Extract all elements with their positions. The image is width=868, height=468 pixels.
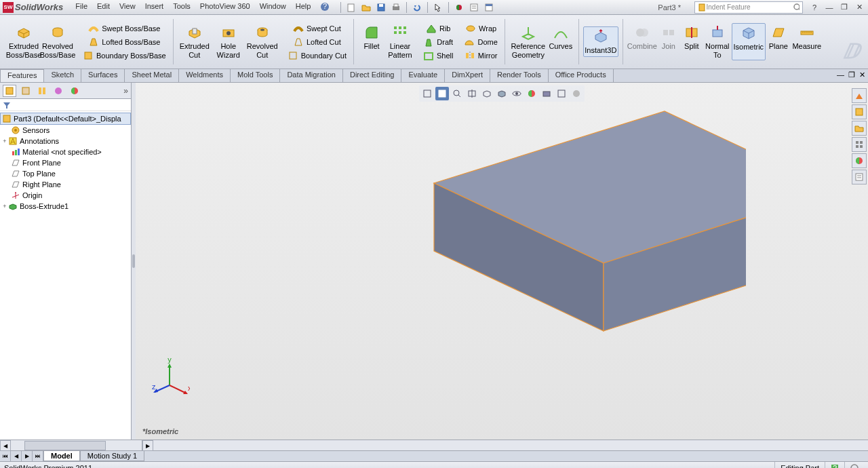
render-icon[interactable]: [570, 87, 583, 100]
swept-boss-button[interactable]: Swept Boss/Base: [85, 22, 163, 35]
normal-to-button[interactable]: Normal To: [703, 23, 732, 60]
panel-expand-icon[interactable]: »: [123, 86, 128, 96]
tree-boss-extrude1[interactable]: +Boss-Extrude1: [0, 201, 131, 212]
draft-button[interactable]: Draft: [420, 36, 456, 48]
customize-icon[interactable]: [483, 1, 495, 14]
display-style-icon[interactable]: [495, 87, 509, 100]
revolved-boss-button[interactable]: Revolved Boss/Base: [41, 23, 75, 60]
wrap-button[interactable]: Wrap: [462, 22, 499, 35]
hscroll-thumb[interactable]: [24, 441, 106, 450]
tab-office-products[interactable]: Office Products: [549, 69, 614, 82]
configurationmanager-tab-icon[interactable]: [35, 85, 49, 97]
zoom-area-icon[interactable]: [435, 87, 449, 100]
displaymanager-tab-icon[interactable]: [68, 85, 81, 97]
previous-view-icon[interactable]: [450, 87, 464, 100]
instant3d-button[interactable]: Instant3D: [583, 26, 618, 56]
hscroll-track[interactable]: [11, 440, 142, 450]
lofted-cut-button[interactable]: Lofted Cut: [290, 36, 344, 48]
help-icon[interactable]: ?: [808, 3, 821, 12]
close-icon[interactable]: ✕: [853, 3, 865, 12]
menu-help-dropdown-icon[interactable]: ?: [316, 1, 334, 14]
propertymanager-tab-icon[interactable]: [19, 85, 33, 97]
tree-material[interactable]: Material <not specified>: [0, 147, 131, 157]
bottom-tab-motion-study[interactable]: Motion Study 1: [80, 451, 144, 461]
search-box[interactable]: [694, 1, 803, 14]
view-orientation-icon[interactable]: [480, 87, 494, 100]
menu-insert[interactable]: Insert: [141, 1, 168, 14]
appearances-tab-icon[interactable]: [852, 153, 867, 168]
tab-nav-prev-icon[interactable]: ◀: [11, 451, 22, 461]
tab-render-tools[interactable]: Render Tools: [490, 69, 549, 82]
featuremanager-tab-icon[interactable]: [3, 85, 16, 97]
hide-show-icon[interactable]: [510, 87, 524, 100]
tab-features[interactable]: Features: [0, 69, 44, 82]
menu-view[interactable]: View: [115, 1, 140, 14]
tab-mold-tools[interactable]: Mold Tools: [231, 69, 280, 82]
tree-root[interactable]: Part3 (Default<<Default>_Displa: [0, 113, 131, 125]
menu-window[interactable]: Window: [256, 1, 290, 14]
tree-front-plane[interactable]: Front Plane: [0, 157, 131, 168]
file-explorer-tab-icon[interactable]: [852, 121, 867, 136]
tab-dimxpert[interactable]: DimXpert: [445, 69, 490, 82]
rebuild-icon[interactable]: [453, 1, 465, 14]
mirror-button[interactable]: Mirror: [462, 50, 500, 62]
join-button[interactable]: Join: [657, 23, 680, 60]
menu-help[interactable]: Help: [292, 1, 315, 14]
doc-minimize-icon[interactable]: —: [837, 71, 844, 79]
print-icon[interactable]: [390, 1, 402, 14]
tree-top-plane[interactable]: Top Plane: [0, 168, 131, 179]
bottom-tab-model[interactable]: Model: [43, 451, 80, 461]
tab-sheet-metal[interactable]: Sheet Metal: [125, 69, 179, 82]
hscroll-left-icon[interactable]: ◀: [0, 440, 11, 451]
design-library-tab-icon[interactable]: [852, 104, 867, 119]
tree-annotations[interactable]: +AAnnotations: [0, 136, 131, 147]
expand-icon[interactable]: +: [1, 203, 8, 210]
boundary-boss-button[interactable]: Boundary Boss/Base: [80, 50, 169, 62]
tab-direct-editing[interactable]: Direct Editing: [343, 69, 401, 82]
status-unknown-icon[interactable]: ?: [825, 462, 844, 468]
boundary-cut-button[interactable]: Boundary Cut: [285, 50, 349, 62]
doc-close-icon[interactable]: ✕: [859, 71, 865, 79]
extruded-cut-button[interactable]: Extruded Cut: [178, 23, 212, 60]
tab-data-migration[interactable]: Data Migration: [280, 69, 343, 82]
fillet-button[interactable]: Fillet: [358, 23, 385, 60]
new-document-icon[interactable]: [345, 1, 357, 14]
tree-right-plane[interactable]: Right Plane: [0, 179, 131, 190]
measure-button[interactable]: Measure: [791, 23, 823, 60]
plane-button[interactable]: Plane: [766, 23, 791, 60]
lofted-boss-button[interactable]: Lofted Boss/Base: [85, 36, 163, 48]
menu-file[interactable]: File: [71, 1, 92, 14]
section-view-icon[interactable]: [465, 87, 479, 100]
tab-nav-last-icon[interactable]: ⏭: [33, 451, 43, 461]
curves-button[interactable]: Curves: [547, 23, 574, 60]
zoom-fit-icon[interactable]: [420, 87, 434, 100]
tab-surfaces[interactable]: Surfaces: [81, 69, 125, 82]
split-button[interactable]: Split: [680, 23, 703, 60]
tree-sensors[interactable]: Sensors: [0, 125, 131, 136]
dome-button[interactable]: Dome: [461, 36, 500, 48]
save-icon[interactable]: [375, 1, 387, 14]
open-document-icon[interactable]: [360, 1, 372, 14]
tab-weldments[interactable]: Weldments: [179, 69, 231, 82]
shell-button[interactable]: Shell: [420, 50, 456, 62]
menu-photoview[interactable]: PhotoView 360: [196, 1, 254, 14]
status-rebuild-icon[interactable]: [844, 462, 864, 468]
doc-restore-icon[interactable]: ❐: [848, 71, 855, 79]
swept-cut-button[interactable]: Swept Cut: [290, 22, 344, 35]
tree-origin[interactable]: Origin: [0, 190, 131, 201]
search-magnify-icon[interactable]: [793, 3, 800, 12]
reference-geometry-button[interactable]: Reference Geometry: [509, 23, 547, 60]
revolved-cut-button[interactable]: Revolved Cut: [245, 23, 279, 60]
sw-resources-tab-icon[interactable]: [852, 88, 867, 103]
linear-pattern-button[interactable]: Linear Pattern: [385, 23, 415, 60]
hole-wizard-button[interactable]: Hole Wizard: [212, 23, 245, 60]
select-icon[interactable]: [432, 1, 444, 14]
tab-evaluate[interactable]: Evaluate: [401, 69, 445, 82]
menu-edit[interactable]: Edit: [93, 1, 114, 14]
view-palette-tab-icon[interactable]: [852, 137, 867, 152]
extruded-boss-button[interactable]: Extruded Boss/Base: [7, 23, 41, 60]
rib-button[interactable]: Rib: [423, 22, 454, 35]
hscroll-right-icon[interactable]: ▶: [142, 440, 153, 451]
tab-nav-first-icon[interactable]: ⏮: [0, 451, 11, 461]
isometric-button[interactable]: Isometric: [732, 23, 766, 60]
